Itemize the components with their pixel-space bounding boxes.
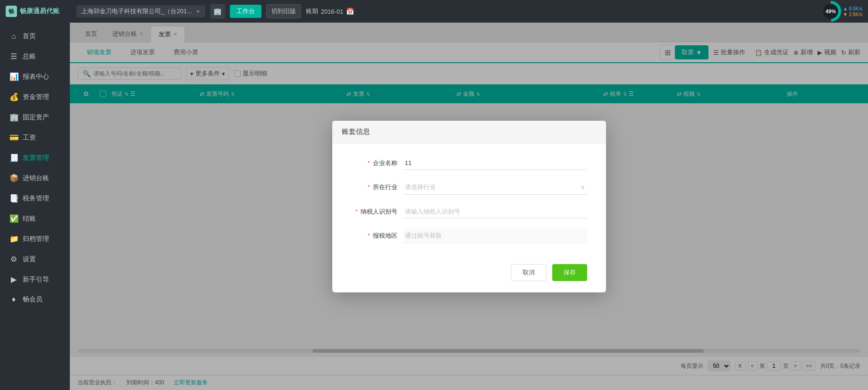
sidebar-item-member[interactable]: ♦ 畅会员 (0, 290, 70, 309)
tax-region-label: * 报税地区 (351, 232, 403, 240)
sidebar: ⌂ 首页 ☰ 总账 📊 报表中心 💰 资金管理 🏢 固定资产 💳 工资 🧾 发票… (0, 23, 70, 390)
company-name-row: * 企业名称 (351, 157, 587, 170)
industry-row: * 所在行业 请选择行业 ∨ (351, 180, 587, 195)
assets-icon: 🏢 (9, 113, 18, 122)
archive-icon: 📁 (9, 234, 18, 243)
network-speeds: ▲ 8.5K/s ▼ 2.6K/s (843, 6, 862, 17)
sidebar-item-invoice[interactable]: 🧾 发票管理 (0, 148, 70, 168)
ledger-icon: ☰ (9, 52, 18, 61)
required-star-2: * (368, 183, 370, 191)
required-star: * (368, 159, 370, 166)
sidebar-item-home[interactable]: ⌂ 首页 (0, 26, 70, 46)
company-icon-btn[interactable]: 🏢 (210, 4, 225, 19)
report-icon: 📊 (9, 72, 18, 81)
sidebar-item-payroll[interactable]: 💳 工资 (0, 127, 70, 148)
sales-icon: 📦 (9, 174, 18, 183)
sidebar-item-sales-ledger[interactable]: 📦 进销台账 (0, 168, 70, 188)
sidebar-item-finance[interactable]: 💰 资金管理 (0, 87, 70, 107)
company-name-input[interactable] (403, 157, 587, 170)
sidebar-item-guide[interactable]: ▶ 新手引导 (0, 269, 70, 290)
download-speed: ▼ 2.6K/s (843, 12, 862, 17)
workbench-button[interactable]: 工作台 (230, 5, 261, 18)
industry-select[interactable]: 请选择行业 ∨ (403, 180, 587, 195)
company-name-label: * 企业名称 (351, 159, 403, 167)
gear-icon: ⚙ (9, 255, 18, 264)
closing-icon: ✅ (9, 214, 18, 223)
payroll-icon: 💳 (9, 133, 18, 142)
switch-old-button[interactable]: 切到旧版 (266, 4, 301, 18)
modal-overlay: 账套信息 * 企业名称 * 所在行 (70, 23, 868, 390)
company-name: 上海卯金刀电子科技有限公司_（台201... (81, 7, 192, 16)
network-status: 49% ▲ 8.5K/s ▼ 2.6K/s (820, 1, 862, 22)
industry-label: * 所在行业 (351, 183, 403, 191)
home-icon: ⌂ (9, 32, 18, 41)
upload-speed: ▲ 8.5K/s (843, 6, 862, 11)
main-layout: ⌂ 首页 ☰ 总账 📊 报表中心 💰 资金管理 🏢 固定资产 💳 工资 🧾 发票… (0, 23, 868, 390)
invoice-icon: 🧾 (9, 153, 18, 162)
chevron-down-icon: ▼ (196, 9, 201, 14)
save-button[interactable]: 保存 (552, 264, 587, 281)
company-selector[interactable]: 上海卯金刀电子科技有限公司_（台201... ▼ (76, 5, 205, 17)
logo-area: 畅 畅康通易代账 (6, 6, 72, 17)
account-info-dialog: 账套信息 * 企业名称 * 所在行 (332, 121, 606, 292)
top-header: 畅 畅康通易代账 上海卯金刀电子科技有限公司_（台201... ▼ 🏢 工作台 … (0, 0, 868, 23)
required-star-3: * (355, 208, 358, 215)
tax-icon: 📑 (9, 194, 18, 203)
app-name: 畅康通易代账 (20, 7, 59, 16)
required-star-4: * (368, 232, 370, 239)
sidebar-item-settings[interactable]: ⚙ 设置 (0, 249, 70, 269)
sidebar-item-tax[interactable]: 📑 税务管理 (0, 188, 70, 208)
progress-circle: 49% (820, 1, 841, 22)
dialog-title: 账套信息 (332, 121, 606, 143)
calendar-icon[interactable]: 📅 (346, 8, 354, 15)
tax-region-display: 通过税号获取 (403, 229, 587, 243)
sidebar-item-reports[interactable]: 📊 报表中心 (0, 66, 70, 87)
tax-id-label: * 纳税人识别号 (351, 207, 403, 216)
cancel-button[interactable]: 取消 (511, 264, 547, 281)
sidebar-item-ledger[interactable]: ☰ 总账 (0, 46, 70, 66)
dialog-footer: 取消 保存 (332, 257, 606, 292)
logo-icon: 畅 (6, 6, 17, 17)
dialog-body: * 企业名称 * 所在行业 请选择行业 ∨ (332, 143, 606, 257)
tax-id-input[interactable] (403, 205, 587, 218)
content-area: 首页 进销台账 × 发票 × 销项发票 进项发票 费用小票 ⊞ (70, 23, 868, 390)
period-info: 账期 2016-01 📅 (306, 7, 354, 16)
guide-icon: ▶ (9, 275, 18, 284)
tax-id-row: * 纳税人识别号 (351, 205, 587, 218)
chevron-down-icon-2: ∨ (581, 183, 585, 191)
tax-region-row: * 报税地区 通过税号获取 (351, 229, 587, 243)
member-icon: ♦ (9, 295, 18, 304)
sidebar-item-closing[interactable]: ✅ 结账 (0, 208, 70, 229)
finance-icon: 💰 (9, 92, 18, 101)
sidebar-item-assets[interactable]: 🏢 固定资产 (0, 107, 70, 127)
sidebar-item-archive[interactable]: 📁 归档管理 (0, 229, 70, 249)
